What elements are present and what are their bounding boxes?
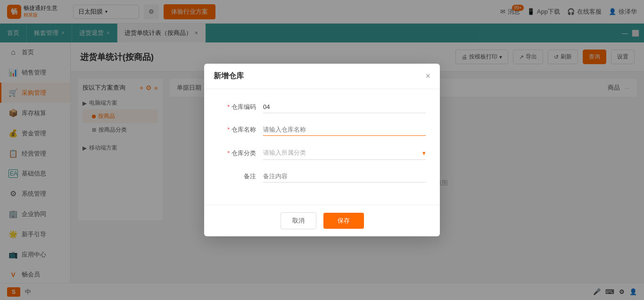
note-label: 备注 [218,172,256,181]
code-input[interactable] [263,101,426,113]
form-row-name: 仓库名称 [218,124,426,136]
modal-close-button[interactable]: × [425,71,430,81]
name-label: 仓库名称 [218,125,256,134]
modal-footer: 取消 保存 [204,205,440,236]
modal-header: 新增仓库 × [204,64,440,89]
form-row-note: 备注 [218,170,426,183]
cancel-button[interactable]: 取消 [281,212,316,229]
category-chevron-icon: ▾ [422,150,426,157]
save-button[interactable]: 保存 [323,213,364,229]
code-label: 仓库编码 [218,103,256,111]
name-input[interactable] [263,124,426,136]
form-row-category: 仓库分类 请输入所属分类 ▾ [218,146,426,160]
add-warehouse-modal: 新增仓库 × 仓库编码 仓库名称 仓库分类 请输入所属分类 ▾ [204,64,440,236]
modal-title: 新增仓库 [214,71,244,81]
category-select[interactable]: 请输入所属分类 ▾ [263,146,426,160]
category-label: 仓库分类 [218,149,256,158]
form-row-code: 仓库编码 [218,101,426,113]
modal-overlay[interactable]: 新增仓库 × 仓库编码 仓库名称 仓库分类 请输入所属分类 ▾ [0,0,644,300]
note-input[interactable] [263,170,426,183]
modal-body: 仓库编码 仓库名称 仓库分类 请输入所属分类 ▾ 备注 [204,89,440,205]
category-placeholder: 请输入所属分类 [263,149,306,157]
